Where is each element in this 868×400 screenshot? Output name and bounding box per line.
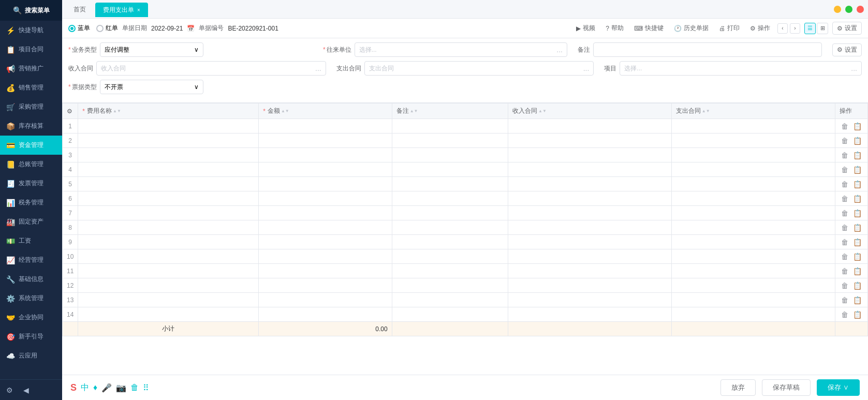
row-expense-name[interactable] xyxy=(78,148,259,162)
th-expense-name[interactable]: * 费用名称 ▲▼ xyxy=(78,103,259,119)
action-history[interactable]: 🕐 历史单据 xyxy=(671,23,712,34)
row-delete-icon[interactable]: 🗑 xyxy=(841,267,848,275)
row-delete-icon[interactable]: 🗑 xyxy=(841,166,848,174)
row-expense-contract[interactable] xyxy=(671,206,835,220)
row-income-contract[interactable] xyxy=(508,307,671,322)
row-expense-contract[interactable] xyxy=(671,278,835,293)
row-income-contract[interactable] xyxy=(508,293,671,307)
row-notes[interactable] xyxy=(392,119,508,134)
row-expense-name[interactable] xyxy=(78,278,259,293)
row-notes[interactable] xyxy=(392,191,508,206)
sidebar-item-inventory[interactable]: 📦 库存核算 xyxy=(0,116,62,136)
row-expense-contract[interactable] xyxy=(671,134,835,148)
tab-close-icon[interactable]: × xyxy=(137,7,140,13)
sidebar-item-ops[interactable]: 📈 经营管理 xyxy=(0,250,62,270)
sidebar-item-marketing[interactable]: 📢 营销推广 xyxy=(0,59,62,78)
row-amount[interactable] xyxy=(259,264,392,278)
row-income-contract[interactable] xyxy=(508,278,671,293)
row-expense-contract[interactable] xyxy=(671,119,835,134)
row-income-contract[interactable] xyxy=(508,119,671,134)
settings-right-button[interactable]: ⚙ 设置 xyxy=(832,43,862,56)
th-amount[interactable]: * 金额 ▲▼ xyxy=(259,103,392,119)
nav-prev-button[interactable]: ‹ xyxy=(777,23,788,34)
row-delete-icon[interactable]: 🗑 xyxy=(841,122,848,130)
action-print[interactable]: 🖨 打印 xyxy=(716,23,743,34)
row-copy-icon[interactable]: 📋 xyxy=(853,151,862,159)
save-button[interactable]: 保存 ∨ xyxy=(817,379,860,396)
row-amount[interactable] xyxy=(259,249,392,264)
row-expense-contract[interactable] xyxy=(671,264,835,278)
row-notes[interactable] xyxy=(392,134,508,148)
nav-next-button[interactable]: › xyxy=(790,23,800,34)
row-copy-icon[interactable]: 📋 xyxy=(853,253,862,261)
row-income-contract[interactable] xyxy=(508,191,671,206)
view-grid-button[interactable]: ⊞ xyxy=(817,23,828,34)
row-amount[interactable] xyxy=(259,307,392,322)
sidebar-item-tax[interactable]: 📊 税务管理 xyxy=(0,193,62,212)
minimize-button[interactable]: − xyxy=(834,6,841,13)
row-amount[interactable] xyxy=(259,220,392,235)
row-amount[interactable] xyxy=(259,235,392,249)
discard-button[interactable]: 放弃 xyxy=(720,379,756,396)
row-income-contract[interactable] xyxy=(508,220,671,235)
row-expense-name[interactable] xyxy=(78,177,259,191)
sidebar-item-ledger[interactable]: 📒 总账管理 xyxy=(0,155,62,174)
row-delete-icon[interactable]: 🗑 xyxy=(841,151,848,159)
row-notes[interactable] xyxy=(392,278,508,293)
row-notes[interactable] xyxy=(392,235,508,249)
row-expense-contract[interactable] xyxy=(671,220,835,235)
radio-blue-bill[interactable]: 蓝单 xyxy=(68,24,90,33)
row-delete-icon[interactable]: 🗑 xyxy=(841,296,848,304)
row-notes[interactable] xyxy=(392,264,508,278)
row-notes[interactable] xyxy=(392,177,508,191)
row-amount[interactable] xyxy=(259,177,392,191)
row-expense-name[interactable] xyxy=(78,206,259,220)
sidebar-item-capital[interactable]: 💳 资金管理 xyxy=(0,136,62,155)
row-expense-contract[interactable] xyxy=(671,162,835,177)
sidebar-item-salary[interactable]: 💵 工资 xyxy=(0,231,62,250)
maximize-button[interactable]: □ xyxy=(845,6,852,13)
sidebar-item-project-contract[interactable]: 📋 项目合同 xyxy=(0,40,62,59)
row-copy-icon[interactable]: 📋 xyxy=(853,238,862,246)
row-income-contract[interactable] xyxy=(508,264,671,278)
row-notes[interactable] xyxy=(392,220,508,235)
row-income-contract[interactable] xyxy=(508,162,671,177)
row-notes[interactable] xyxy=(392,162,508,177)
row-delete-icon[interactable]: 🗑 xyxy=(841,180,848,188)
settings-footer-btn[interactable]: ⚙ xyxy=(6,386,13,394)
row-expense-name[interactable] xyxy=(78,264,259,278)
row-expense-name[interactable] xyxy=(78,119,259,134)
settings-button[interactable]: ⚙ 设置 xyxy=(832,22,862,35)
tab-expense-bill[interactable]: 费用支出单 × xyxy=(95,3,148,17)
row-expense-contract[interactable] xyxy=(671,177,835,191)
th-gear[interactable]: ⚙ xyxy=(63,103,78,119)
row-delete-icon[interactable]: 🗑 xyxy=(841,282,848,290)
sidebar-item-corp-coop[interactable]: 🤝 企业协同 xyxy=(0,308,62,327)
row-expense-contract[interactable] xyxy=(671,307,835,322)
th-expense-contract[interactable]: 支出合同 ▲▼ xyxy=(671,103,835,119)
row-expense-name[interactable] xyxy=(78,307,259,322)
row-income-contract[interactable] xyxy=(508,148,671,162)
row-amount[interactable] xyxy=(259,162,392,177)
notes-input[interactable] xyxy=(593,42,822,57)
action-operate[interactable]: ⚙ 操作 xyxy=(747,23,773,34)
sidebar-item-fixed-assets[interactable]: 🏭 固定资产 xyxy=(0,212,62,231)
action-shortcut[interactable]: ⌨ 快捷键 xyxy=(631,23,667,34)
row-income-contract[interactable] xyxy=(508,249,671,264)
row-notes[interactable] xyxy=(392,249,508,264)
row-expense-name[interactable] xyxy=(78,134,259,148)
row-expense-name[interactable] xyxy=(78,220,259,235)
row-copy-icon[interactable]: 📋 xyxy=(853,166,862,174)
sidebar-item-invoice[interactable]: 🧾 发票管理 xyxy=(0,174,62,193)
row-income-contract[interactable] xyxy=(508,134,671,148)
row-amount[interactable] xyxy=(259,293,392,307)
business-type-select[interactable]: 应付调整 ∨ xyxy=(100,42,203,57)
row-amount[interactable] xyxy=(259,191,392,206)
row-notes[interactable] xyxy=(392,148,508,162)
row-copy-icon[interactable]: 📋 xyxy=(853,137,862,145)
row-delete-icon[interactable]: 🗑 xyxy=(841,224,848,232)
close-button[interactable]: × xyxy=(857,6,864,13)
row-delete-icon[interactable]: 🗑 xyxy=(841,238,848,246)
row-notes[interactable] xyxy=(392,206,508,220)
row-amount[interactable] xyxy=(259,134,392,148)
